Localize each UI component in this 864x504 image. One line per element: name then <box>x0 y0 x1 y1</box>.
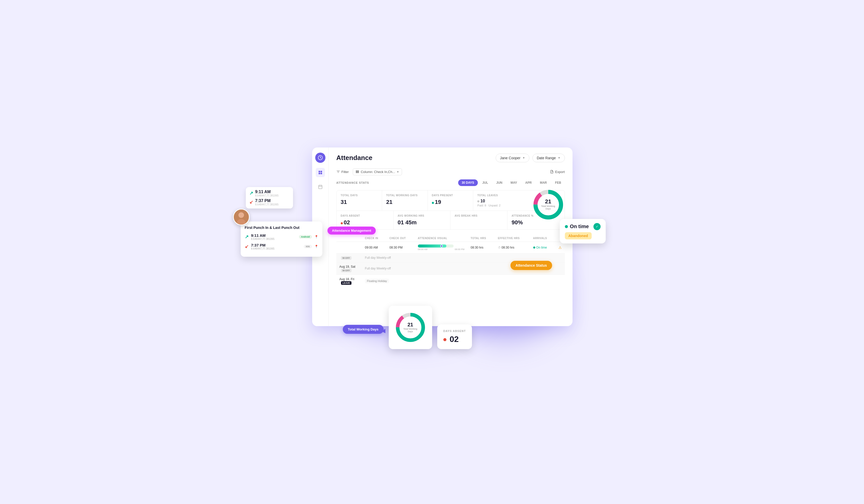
stat-avg-break-hrs: Avg Break Hrs <box>451 211 507 229</box>
absent-red-dot <box>443 338 446 341</box>
filter-button[interactable]: Filter <box>336 170 349 174</box>
stat-days-present: Days Present 19 <box>428 190 473 211</box>
punch-out-arrow: ↙ <box>245 244 249 249</box>
donut-chart: 21 Total Working Days <box>532 188 565 221</box>
total-leaves-value: 10 <box>477 199 515 203</box>
tab-30days[interactable]: 30 DAYS <box>458 179 478 186</box>
abandoned-text: Abandoned <box>565 232 592 239</box>
android-badge: Android <box>299 235 312 239</box>
selected-user: Jane Cooper <box>500 156 520 160</box>
donut-label: Total Working Days <box>540 205 556 211</box>
punch-out-coords: 8.646447,77.381065 <box>251 247 301 250</box>
cell-effective-hrs: ⏱ 08:30 hrs <box>495 242 530 253</box>
svg-rect-4 <box>319 171 320 172</box>
stat-total-leaves: Total Leaves 10 Paid: 8 Unpaid: 2 <box>473 190 519 211</box>
tab-may[interactable]: MAY <box>507 179 521 186</box>
progress-bar <box>418 244 454 248</box>
w-off-badge-2: W-OFF <box>341 269 351 272</box>
time-mini-card: ↗ 9:11 AM 8.646447,77.381065 ↙ 7:37 PM 8… <box>246 187 293 208</box>
cell-floating-holiday: Floating Holiday <box>362 275 565 287</box>
donut-chart-container: 21 Total Working Days <box>532 188 565 221</box>
total-working-days-button[interactable]: Total Working Days <box>343 325 384 334</box>
on-time-status-dot <box>565 225 568 228</box>
abandoned-badge: Abandoned <box>565 232 601 239</box>
progress-labels: 09:00 AM 08:00 PM <box>418 248 465 251</box>
sidebar-icon-calendar[interactable] <box>316 182 325 191</box>
ios-badge: iOS <box>304 245 312 248</box>
on-time-card: On time ✓ Abandoned <box>560 219 606 243</box>
cell-checkin: 09:00 AM <box>362 242 386 253</box>
tab-jul[interactable]: JUL <box>479 179 492 186</box>
days-absent-card: Days Absent 02 <box>437 324 472 349</box>
cell-visual: 09:00 AM 08:00 PM <box>415 242 468 253</box>
punch-in-time: 9:11 AM <box>251 233 297 238</box>
on-time-text: On time <box>565 224 589 229</box>
mini-in-time: 9:11 AM <box>255 190 279 194</box>
col-arrivals: ARRIVALS <box>530 235 555 242</box>
header-controls: Jane Cooper ▼ Date Range ▼ <box>496 154 565 162</box>
date-range-label: Date Range <box>537 156 556 160</box>
filter-label: Filter <box>341 170 349 174</box>
progress-dot <box>440 245 443 247</box>
tab-mar[interactable]: MAR <box>536 179 550 186</box>
bottom-donut-card: 21 Total Working Days ◀ <box>389 306 432 349</box>
chevron-down-icon-2: ▼ <box>558 156 561 159</box>
punch-in-icon: ↗ <box>249 190 253 196</box>
total-days-value: 31 <box>341 199 378 205</box>
leaves-sub: Paid: 8 Unpaid: 2 <box>477 204 515 207</box>
sidebar-icon-grid[interactable] <box>316 168 325 177</box>
cell-date-2: W-OFF <box>336 253 362 262</box>
attendance-management-badge: Attendance Management <box>327 227 376 235</box>
column-button[interactable]: Column: Check In,Ch... ▼ <box>353 168 402 175</box>
column-label: Column: Check In,Ch... <box>361 170 395 174</box>
on-time-row: On time ✓ <box>565 223 601 230</box>
page-title: Attendance <box>336 154 373 162</box>
svg-point-2 <box>237 219 245 225</box>
content-area: Attendance Jane Cooper ▼ Date Range ▼ <box>329 147 573 326</box>
svg-rect-6 <box>319 172 320 174</box>
stat-total-working-days: Total Working Days 21 <box>382 190 428 211</box>
floating-holiday-badge: Floating Holiday <box>365 279 389 283</box>
gray-dot <box>477 200 479 202</box>
mini-in-coords: 8.646447,77.381065 <box>255 194 279 197</box>
punch-out-time: 7:37 PM <box>251 243 301 247</box>
table-row: 09:00 AM 08:30 PM 09:00 AM 08:00 PM <box>336 242 565 253</box>
avg-working-hrs-value: 01 45m <box>398 219 446 226</box>
stat-total-days: Total Days 31 <box>337 190 382 211</box>
red-dot <box>341 222 343 224</box>
stats-section-header: Attendance Stats 30 DAYS JUL JUN MAY APR… <box>336 179 565 186</box>
tab-jun[interactable]: JUN <box>493 179 506 186</box>
days-absent-value: 02 <box>341 219 389 226</box>
tab-apr[interactable]: APR <box>522 179 535 186</box>
user-selector-button[interactable]: Jane Cooper ▼ <box>496 154 529 162</box>
bottom-donut-chart: 21 Total Working Days <box>394 311 427 344</box>
check-icon: ✓ <box>596 225 598 228</box>
cell-date-3: Aug 19, Sat W-OFF <box>336 262 362 275</box>
mini-out-time: 7:37 PM <box>255 199 279 203</box>
svg-rect-11 <box>358 170 359 173</box>
bottom-donut-center: 21 Total Working Days <box>402 322 419 333</box>
green-dot <box>432 202 434 204</box>
svg-rect-5 <box>320 171 322 172</box>
location-icon-2: 📍 <box>314 245 318 248</box>
warning-icon: ⚠ <box>559 245 562 250</box>
svg-rect-9 <box>356 170 357 173</box>
svg-rect-7 <box>320 172 322 174</box>
sidebar-logo <box>315 153 325 163</box>
bottom-donut-label: Total Working Days <box>402 327 419 333</box>
days-absent-card-label: Days Absent <box>443 329 466 333</box>
punch-in-coords: 8.646447,77.381065 <box>251 238 297 240</box>
on-time-badge: On time <box>533 246 552 249</box>
punch-in-arrow: ↗ <box>245 234 249 240</box>
date-range-button[interactable]: Date Range ▼ <box>532 154 565 162</box>
stat-avg-working-hrs: Avg Working Hrs 01 45m <box>394 211 451 229</box>
w-off-badge: W-OFF <box>341 256 351 260</box>
cell-arrivals: On time <box>530 242 555 253</box>
col-effective-hrs: EFFECTIVE HRS <box>495 235 530 242</box>
export-button[interactable]: Export <box>550 170 565 174</box>
stats-grid-row1: Total Days 31 Total Working Days 21 Days… <box>336 190 565 211</box>
punch-out-icon: ↙ <box>249 199 253 205</box>
col-total-hrs: TOTAL HRS <box>468 235 495 242</box>
days-absent-card-value: 02 <box>443 335 466 344</box>
tab-feb[interactable]: FEB <box>552 179 565 186</box>
